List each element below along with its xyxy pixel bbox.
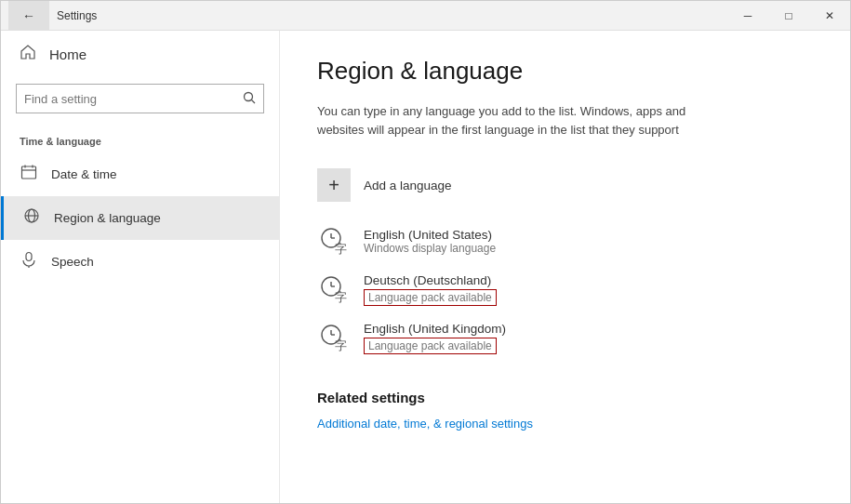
sidebar-item-region-language[interactable]: Region & language [1,196,279,240]
language-item-en-us[interactable]: 字 English (United States) Windows displa… [317,217,813,265]
svg-text:字: 字 [335,242,347,256]
svg-rect-9 [26,253,32,261]
svg-rect-2 [22,166,36,179]
titlebar-controls: ─ □ ✕ [727,1,850,31]
sidebar-item-speech[interactable]: Speech [1,240,279,284]
minimize-button[interactable]: ─ [727,1,768,31]
main-content: Region & language You can type in any la… [280,31,850,503]
search-box[interactable] [16,84,264,113]
sidebar-item-label-speech: Speech [51,255,94,269]
lang-icon-en-gb: 字 [317,321,351,354]
lang-icon-en-us: 字 [317,224,351,258]
search-icon [243,91,256,107]
related-settings-title: Related settings [317,390,813,405]
page-description: You can type in any language you add to … [317,102,726,139]
sidebar-item-date-time[interactable]: Date & time [1,153,279,196]
add-language-label: Add a language [364,179,452,192]
svg-point-0 [245,92,253,100]
calendar-icon [20,164,38,185]
page-title: Region & language [317,57,813,86]
titlebar-left: ← Settings [1,1,97,31]
svg-text:字: 字 [335,290,347,304]
lang-info-de-de: Deutsch (Deutschland) Language pack avai… [364,273,497,306]
search-input[interactable] [24,92,243,106]
region-icon [22,207,41,229]
window-content: Home Time & language [1,31,850,503]
lang-info-en-gb: English (United Kingdom) Language pack a… [364,322,506,354]
sidebar-category-time: Time & language [1,128,279,153]
lang-pack-badge-de-de: Language pack available [364,289,497,306]
related-settings-link[interactable]: Additional date, time, & regional settin… [317,417,533,431]
add-icon: + [317,168,351,202]
related-settings-section: Related settings Additional date, time, … [317,390,813,431]
sidebar-item-home[interactable]: Home [1,31,279,78]
titlebar: ← Settings ─ □ ✕ [1,1,850,31]
speech-icon [20,251,38,272]
sidebar-item-label-date-time: Date & time [51,167,117,181]
language-item-de-de[interactable]: 字 Deutsch (Deutschland) Language pack av… [317,265,813,313]
sidebar-item-label-region: Region & language [54,211,161,225]
close-button[interactable]: ✕ [809,1,850,31]
titlebar-title: Settings [57,9,97,22]
sidebar: Home Time & language [1,31,280,503]
lang-info-en-us: English (United States) Windows display … [364,228,496,255]
home-icon [20,44,36,65]
add-language-button[interactable]: + Add a language [317,161,813,209]
sidebar-home-label: Home [49,46,86,62]
lang-icon-de-de: 字 [317,272,351,306]
lang-pack-badge-en-gb: Language pack available [364,338,497,354]
language-item-en-gb[interactable]: 字 English (United Kingdom) Language pack… [317,313,813,362]
lang-name-de-de: Deutsch (Deutschland) [364,273,497,287]
lang-name-en-gb: English (United Kingdom) [364,322,506,336]
lang-sub-en-us: Windows display language [364,242,496,255]
settings-window: ← Settings ─ □ ✕ Home [0,0,851,504]
maximize-button[interactable]: □ [768,1,809,31]
svg-line-1 [252,99,256,103]
lang-name-en-us: English (United States) [364,228,496,242]
back-button[interactable]: ← [8,1,49,31]
svg-text:字: 字 [335,338,347,352]
